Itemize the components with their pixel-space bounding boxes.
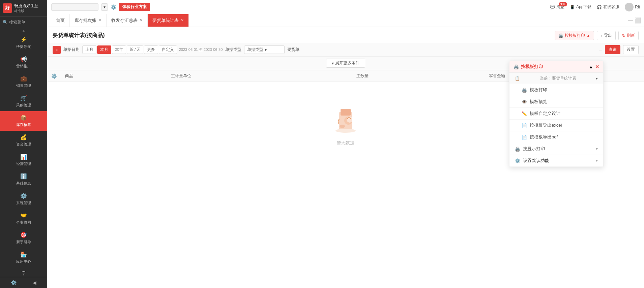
template-print-btn[interactable]: 🖨️ 按模板打印 ▲ — [555, 31, 594, 40]
topbar: ▾ ⚙️ 体验行业方案 💬 消息 99+ 📱 App下载 🎧 在线客服 Rit — [47, 0, 644, 14]
empty-illustration — [329, 102, 362, 136]
phone-icon: 📱 — [570, 5, 575, 9]
sidebar-item-guide[interactable]: 🎯 新手引导 — [0, 228, 47, 248]
dropdown-printer-icon: 🖨️ — [514, 64, 519, 69]
tab-order-stats[interactable]: 要货单统计表 ✕ — [148, 14, 189, 27]
filter-7days-btn[interactable]: 近7天 — [127, 45, 143, 54]
dropdown-item-template-preview[interactable]: 👁️ 模板预览 — [509, 96, 603, 108]
filter-options-icon: ··· — [599, 47, 602, 52]
sidebar-item-operations[interactable]: 📊 经营管理 — [0, 150, 47, 170]
sidebar-item-wechat[interactable]: 💬 企业微信 — [0, 267, 47, 272]
display-print-arrow: ▾ — [596, 147, 598, 151]
tab-inventory-batch[interactable]: 库存批次账 ✕ — [70, 14, 107, 27]
tab-maximize-icon[interactable]: ⬜ — [635, 17, 641, 24]
dropdown-item-export-excel[interactable]: 📄 按模板导出excel — [509, 120, 603, 131]
table-settings-icon[interactable]: ⚙️ — [51, 73, 57, 79]
template-print-dropdown: 🖨️ 按模板打印 ▲ ✕ 📋 当前：要货单统计表 ▾ 🖨️ 模板打印 👁️ 模板… — [509, 61, 604, 167]
chevron-up-icon: ▲ — [586, 33, 590, 38]
sidebar-nav: ⚡ 快捷导航 📢 营销推广 💼 销售管理 🛒 采购管理 📦 库存核算 💰 资金管… — [0, 33, 47, 272]
dropdown-arrow-btn[interactable]: ▾ — [101, 3, 108, 11]
sidebar-item-system[interactable]: ⚙️ 系统管理 — [0, 189, 47, 209]
sidebar-item-basic[interactable]: ℹ️ 基础信息 — [0, 170, 47, 189]
dropdown-item-display-print[interactable]: 🖨️ 按显示打印 ▾ — [509, 143, 603, 155]
sidebar-scroll-up[interactable]: ▲ — [0, 28, 47, 33]
sidebar-settings-icon[interactable]: ⚙️ — [11, 280, 17, 285]
refresh-icon: ↻ — [622, 33, 625, 38]
export-excel-icon: 📄 — [522, 123, 527, 128]
filter-order-type-select[interactable]: 单据类型 ▾ — [244, 45, 285, 54]
printer-icon: 🖨️ — [558, 33, 563, 38]
filter-custom-btn[interactable]: 自定义 — [159, 45, 177, 54]
sidebar-logo: 好 畅捷通好生意 标准版 — [0, 0, 47, 17]
quick-nav-icon: ⚡ — [20, 36, 27, 43]
tab-home[interactable]: 首页 — [51, 14, 70, 27]
svg-point-0 — [335, 129, 356, 133]
collab-icon: 🤝 — [20, 212, 27, 219]
tabbar: 首页 库存批次账 ✕ 收发存汇总表 ✕ 要货单统计表 ✕ — ⬜ — [47, 14, 644, 27]
filter-this-month-btn[interactable]: 本月 — [97, 45, 111, 54]
settings-btn[interactable]: 设置 — [623, 45, 639, 54]
sidebar-scroll-down[interactable]: ▼ — [0, 272, 47, 277]
tab-minimize-icon[interactable]: — — [628, 18, 633, 24]
online-service-btn[interactable]: 🎧 在线客服 — [597, 4, 619, 10]
dropdown-item-template-print[interactable]: 🖨️ 模板打印 — [509, 84, 603, 96]
sidebar-item-marketing[interactable]: 📢 营销推广 — [0, 53, 47, 72]
avatar-image — [625, 3, 634, 11]
sidebar-bottom: ⚙️ ◀ — [0, 277, 47, 288]
dropdown-chevron-up-icon[interactable]: ▲ — [589, 64, 593, 69]
dropdown-item-export-pdf[interactable]: 📄 按模板导出pdf — [509, 131, 603, 143]
tab-close-receipt-summary[interactable]: ✕ — [140, 18, 143, 23]
apps-icon: 🏪 — [20, 251, 27, 258]
page-title: 要货单统计表(按商品) — [53, 32, 105, 39]
sidebar-item-purchase[interactable]: 🛒 采购管理 — [0, 92, 47, 111]
dropdown-close-icon[interactable]: ✕ — [595, 64, 599, 69]
headset-icon: 🎧 — [597, 5, 602, 9]
dropdown-header-right: ▲ ✕ — [589, 64, 599, 69]
sidebar-item-sales[interactable]: 💼 销售管理 — [0, 72, 47, 92]
dropdown-item-template-design[interactable]: ✏️ 模板自定义设计 — [509, 108, 603, 120]
dropdown-item-set-default[interactable]: ⚙️ 设置默认功能 ▾ — [509, 155, 603, 167]
operations-icon: 📊 — [20, 154, 27, 160]
filter-more-btn[interactable]: 更多 — [144, 45, 158, 54]
topbar-gear-icon[interactable]: ⚙️ — [111, 4, 116, 10]
sidebar: 好 畅捷通好生意 标准版 🔍 搜索菜单 ▲ ⚡ 快捷导航 📢 营销推广 💼 销售… — [0, 0, 47, 288]
col-quantity: 主数量 — [352, 70, 485, 82]
export-btn[interactable]: ↑ 导出 — [597, 31, 616, 40]
message-btn[interactable]: 💬 消息 99+ — [550, 4, 564, 10]
industry-btn[interactable]: 体验行业方案 — [119, 3, 150, 11]
dropdown-current-icon: 📋 — [515, 76, 520, 81]
logo-icon: 好 — [3, 3, 12, 13]
tab-close-inventory-batch[interactable]: ✕ — [98, 18, 101, 23]
tab-close-order-stats[interactable]: ✕ — [181, 18, 184, 23]
set-default-icon: ⚙️ — [515, 158, 520, 163]
sidebar-item-collab[interactable]: 🤝 企业协同 — [0, 209, 47, 228]
query-btn[interactable]: 查询 — [605, 45, 620, 54]
sidebar-item-apps[interactable]: 🏪 应用中心 — [0, 248, 47, 267]
sidebar-item-quick-nav[interactable]: ⚡ 快捷导航 — [0, 33, 47, 53]
sidebar-search[interactable]: 🔍 搜索菜单 — [0, 17, 47, 28]
expand-more-conditions-btn[interactable]: ▾ 展开更多条件 — [326, 59, 365, 68]
refresh-btn[interactable]: ↻ 刷新 — [618, 31, 639, 40]
dropdown-current-item[interactable]: 📋 当前：要货单统计表 ▾ — [509, 73, 603, 84]
user-avatar[interactable]: Rit — [625, 3, 640, 11]
filter-this-year-btn[interactable]: 本年 — [112, 45, 126, 54]
page-content: 要货单统计表(按商品) 🖨️ 按模板打印 ▲ ↑ 导出 ↻ 刷新 » — [47, 27, 644, 288]
export-pdf-icon: 📄 — [522, 135, 527, 140]
basic-icon: ℹ️ — [20, 173, 27, 180]
app-download-btn[interactable]: 📱 App下载 — [570, 4, 591, 10]
filter-expand-btn[interactable]: » — [53, 46, 61, 54]
topbar-search-input[interactable] — [51, 3, 98, 11]
page-actions: 🖨️ 按模板打印 ▲ ↑ 导出 ↻ 刷新 — [555, 31, 639, 40]
dropdown-header: 🖨️ 按模板打印 ▲ ✕ — [509, 61, 603, 73]
sidebar-item-finance[interactable]: 💰 资金管理 — [0, 131, 47, 150]
filter-last-month-btn[interactable]: 上月 — [82, 45, 96, 54]
filter-right-options: ··· — [599, 47, 602, 52]
tab-receipt-summary[interactable]: 收发存汇总表 ✕ — [107, 14, 148, 27]
marketing-icon: 📢 — [20, 56, 27, 62]
dropdown-header-left: 🖨️ 按模板打印 — [514, 64, 543, 70]
template-print-icon: 🖨️ — [522, 88, 527, 93]
dropdown-current-arrow: ▾ — [596, 76, 598, 81]
guide-icon: 🎯 — [20, 232, 27, 238]
sidebar-item-inventory[interactable]: 📦 库存核算 — [0, 111, 47, 131]
sidebar-collapse-icon[interactable]: ◀ — [33, 280, 36, 285]
